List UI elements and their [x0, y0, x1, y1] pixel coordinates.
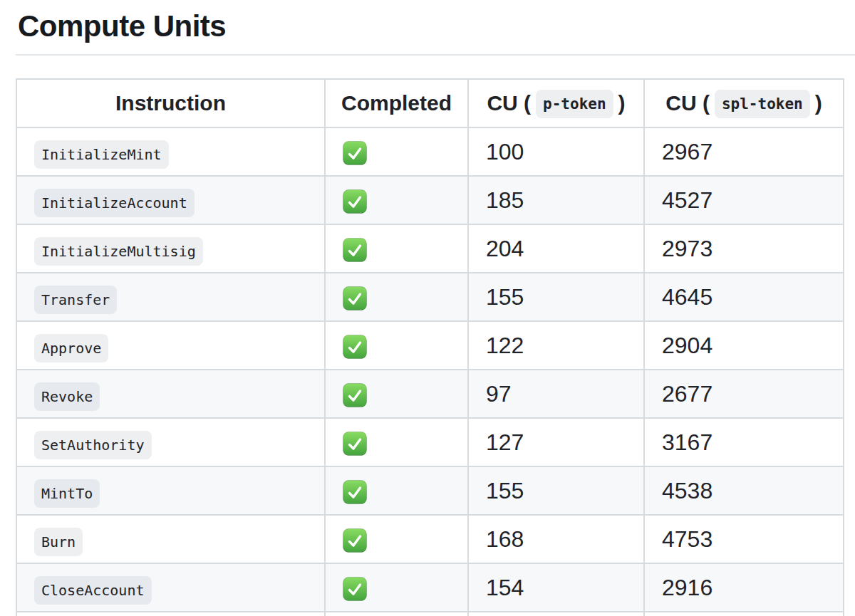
- column-header-label: Instruction: [115, 91, 226, 115]
- instruction-code-badge: InitializeAccount: [34, 189, 195, 217]
- cu-spl-token-cell: 2904: [644, 321, 844, 370]
- table-row-partial: [16, 612, 844, 616]
- completed-cell: [325, 515, 468, 563]
- cu-spl-token-cell: 4527: [644, 176, 844, 224]
- table-row: Transfer 155 4645: [16, 273, 844, 321]
- instruction-code-badge: Burn: [34, 528, 83, 556]
- column-header-label-suffix: ): [815, 91, 822, 115]
- cu-spl-token-cell: 4645: [644, 273, 844, 321]
- cu-p-token-cell: 155: [468, 466, 644, 515]
- check-mark-icon: [343, 141, 367, 165]
- table-row: MintTo 155 4538: [16, 466, 844, 515]
- column-header-cu-p-token: CU (p-token): [468, 79, 644, 127]
- table-row: Burn 168 4753: [16, 515, 844, 563]
- cu-p-token-cell: 127: [468, 418, 644, 466]
- table-row: Revoke 97 2677: [16, 370, 844, 418]
- table-row: InitializeMint 100 2967: [16, 127, 844, 176]
- cu-spl-token-cell: 3167: [644, 418, 844, 466]
- instruction-code-badge: InitializeMultisig: [34, 237, 203, 266]
- instruction-code-badge: MintTo: [34, 479, 100, 508]
- column-header-label: Completed: [341, 91, 452, 115]
- cu-p-token-cell: 100: [468, 127, 644, 176]
- cu-spl-token-cell: 4753: [644, 515, 844, 563]
- cu-spl-token-cell: 4538: [644, 466, 844, 515]
- column-header-cu-spl-token: CU (spl-token): [644, 79, 844, 127]
- cu-spl-token-cell: 2973: [644, 224, 844, 273]
- instruction-code-badge: SetAuthority: [34, 431, 152, 459]
- compute-units-table: Instruction Completed CU (p-token) CU (s…: [16, 78, 844, 616]
- check-mark-icon: [343, 480, 367, 504]
- instruction-cell: SetAuthority: [16, 418, 325, 466]
- cu-p-token-cell: 122: [468, 321, 644, 370]
- completed-cell: [325, 273, 468, 321]
- completed-cell: [325, 176, 468, 224]
- title-divider: [16, 54, 855, 56]
- check-mark-icon: [343, 335, 367, 359]
- instruction-cell: Revoke: [16, 370, 325, 418]
- column-header-label-prefix: CU (: [665, 91, 710, 115]
- check-mark-icon: [343, 238, 367, 262]
- table-body: InitializeMint 100 2967 Initial: [16, 127, 844, 616]
- instruction-cell: MintTo: [16, 466, 325, 515]
- cu-p-token-cell: 97: [468, 370, 644, 418]
- cu-p-token-cell: 154: [468, 563, 644, 612]
- table-row: CloseAccount 154 2916: [16, 563, 844, 612]
- cu-p-token-cell: 155: [468, 273, 644, 321]
- cu-p-token-cell: 204: [468, 224, 644, 273]
- completed-cell: [325, 127, 468, 176]
- instruction-code-badge: CloseAccount: [34, 576, 152, 605]
- cu-p-token-cell: 185: [468, 176, 644, 224]
- column-header-instruction: Instruction: [16, 79, 325, 127]
- instruction-code-badge: InitializeMint: [34, 140, 169, 169]
- instruction-cell: InitializeAccount: [16, 176, 325, 224]
- column-header-label-prefix: CU (: [487, 91, 531, 115]
- check-mark-icon: [343, 383, 367, 407]
- instruction-cell: InitializeMultisig: [16, 224, 325, 273]
- table-header-row: Instruction Completed CU (p-token) CU (s…: [16, 79, 844, 127]
- instruction-code-badge: Revoke: [34, 382, 100, 411]
- instruction-cell: InitializeMint: [16, 127, 325, 176]
- instruction-code-badge: Approve: [34, 334, 108, 362]
- document-page: Compute Units Instruction Completed CU (…: [0, 9, 855, 616]
- table-row: InitializeAccount 185 4527: [16, 176, 844, 224]
- completed-cell: [325, 466, 468, 515]
- instruction-cell: Transfer: [16, 273, 325, 321]
- cu-p-token-cell: 168: [468, 515, 644, 563]
- instruction-cell: Approve: [16, 321, 325, 370]
- instruction-cell: CloseAccount: [16, 563, 325, 612]
- completed-cell: [325, 418, 468, 466]
- instruction-code-badge: Transfer: [34, 286, 117, 314]
- column-header-completed: Completed: [325, 79, 468, 127]
- completed-cell: [325, 563, 468, 612]
- table-row: SetAuthority 127 3167: [16, 418, 844, 466]
- table-row: Approve 122 2904: [16, 321, 844, 370]
- check-mark-icon: [343, 577, 367, 601]
- instruction-cell: Burn: [16, 515, 325, 563]
- column-header-label-suffix: ): [618, 91, 626, 115]
- check-mark-icon: [343, 286, 367, 310]
- check-mark-icon: [343, 432, 367, 456]
- page-title: Compute Units: [18, 9, 843, 44]
- completed-cell: [325, 370, 468, 418]
- spl-token-code-badge: spl-token: [715, 90, 810, 118]
- cu-spl-token-cell: 2677: [644, 370, 844, 418]
- completed-cell: [325, 321, 468, 370]
- cu-spl-token-cell: 2967: [644, 127, 844, 176]
- p-token-code-badge: p-token: [536, 90, 613, 118]
- cu-spl-token-cell: 2916: [644, 563, 844, 612]
- check-mark-icon: [343, 528, 367, 553]
- table-row: InitializeMultisig 204 2973: [16, 224, 844, 273]
- completed-cell: [325, 224, 468, 273]
- check-mark-icon: [343, 189, 367, 214]
